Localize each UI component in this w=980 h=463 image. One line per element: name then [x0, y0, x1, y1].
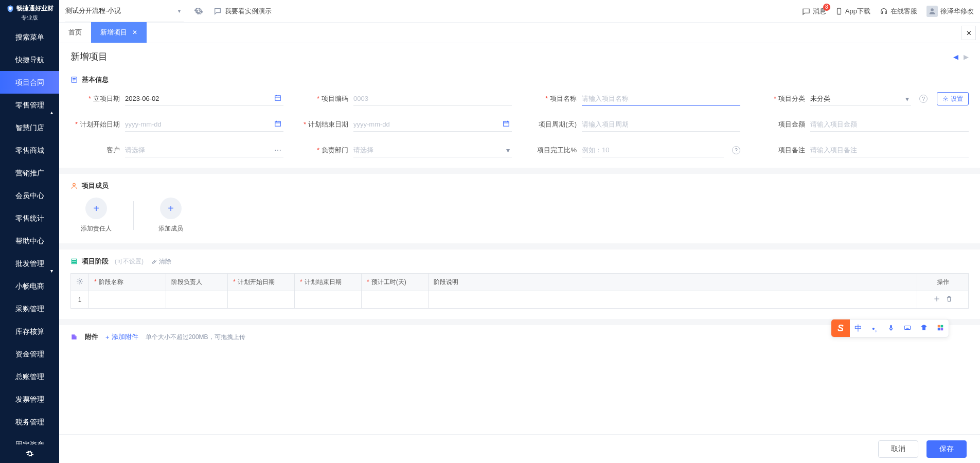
tab-close-icon[interactable]: ✕: [132, 22, 137, 43]
stage-cell-hours[interactable]: [362, 291, 429, 309]
ime-lang[interactable]: 中: [850, 324, 866, 333]
svg-rect-9: [890, 325, 892, 328]
sidebar-item-inventory[interactable]: 库存核算: [0, 320, 59, 343]
cancel-button[interactable]: 取消: [878, 440, 918, 458]
plan-end-input[interactable]: [353, 120, 503, 128]
start-date-field[interactable]: [125, 92, 283, 106]
tab-new-project[interactable]: 新增项目 ✕: [91, 22, 147, 43]
stage-col-planstart: *计划开始日期: [228, 274, 295, 291]
calendar-icon[interactable]: [274, 94, 281, 103]
user-menu[interactable]: 徐泽华修改: [926, 6, 974, 17]
sidebar-item-retailstat[interactable]: 零售统计: [0, 207, 59, 229]
stages-clear-button[interactable]: 清除: [151, 257, 171, 266]
name-field[interactable]: [582, 92, 740, 106]
ime-toolbar[interactable]: S 中 •,: [831, 319, 949, 337]
flow-selector[interactable]: 测试分开流程-小况 ▾: [65, 0, 184, 22]
save-button[interactable]: 保存: [926, 440, 967, 458]
remark-input[interactable]: [810, 146, 967, 154]
online-service[interactable]: 在线客服: [880, 7, 917, 16]
basic-section-icon: [70, 76, 78, 83]
gear-icon: [26, 450, 34, 458]
sidebar-item-wholesale[interactable]: 批发管理▾: [0, 252, 59, 275]
members-section-title: 项目成员: [82, 181, 109, 190]
help-icon[interactable]: ?: [919, 95, 928, 103]
ime-punct-icon[interactable]: •,: [866, 324, 883, 333]
cycle-input[interactable]: [582, 120, 738, 128]
more-icon[interactable]: ⋯: [274, 146, 281, 154]
progress-field[interactable]: [582, 143, 724, 157]
chevron-down-icon[interactable]: ▾: [905, 95, 909, 103]
plan-start-input[interactable]: [125, 120, 274, 128]
ime-skin-icon[interactable]: [916, 324, 932, 333]
sidebar-item-smartstore[interactable]: 智慧门店: [0, 116, 59, 139]
dept-field[interactable]: ▾: [353, 143, 512, 157]
category-input[interactable]: [810, 95, 905, 102]
sidebar-item-retailmall[interactable]: 零售商城: [0, 139, 59, 162]
demo-link[interactable]: 我要看实例演示: [213, 7, 272, 16]
progress-input[interactable]: [582, 146, 722, 154]
sidebar-item-assets[interactable]: 固定资产: [0, 433, 59, 444]
sidebar-item-help[interactable]: 帮助中心: [0, 229, 59, 252]
svg-point-1: [839, 13, 839, 13]
amount-field[interactable]: [810, 117, 969, 132]
sidebar-item-marketing[interactable]: 营销推广: [0, 162, 59, 184]
svg-rect-12: [941, 325, 943, 327]
ime-keyboard-icon[interactable]: [899, 324, 916, 333]
messages-button[interactable]: 消息 8: [802, 7, 826, 16]
chevron-down-icon[interactable]: ▾: [506, 146, 510, 154]
sidebar-item-funds[interactable]: 资金管理: [0, 343, 59, 365]
cycle-field[interactable]: [582, 117, 740, 132]
row-add-icon[interactable]: [933, 295, 940, 304]
customer-field[interactable]: ⋯: [125, 143, 283, 157]
category-field[interactable]: ▾: [810, 92, 911, 106]
plan-start-field[interactable]: [125, 117, 283, 132]
sidebar-item-tax[interactable]: 税务管理: [0, 411, 59, 433]
customer-input[interactable]: [125, 146, 274, 154]
svg-rect-6: [504, 121, 509, 126]
close-all-tabs[interactable]: ✕: [961, 26, 976, 40]
plan-end-field[interactable]: [353, 117, 512, 132]
calendar-icon[interactable]: [274, 120, 281, 129]
code-field[interactable]: [353, 92, 512, 106]
prev-page-icon[interactable]: ◀: [953, 53, 958, 61]
stage-cell-name[interactable]: [89, 291, 166, 309]
help-icon[interactable]: ?: [732, 146, 740, 154]
sidebar-item-purchase[interactable]: 采购管理: [0, 297, 59, 320]
sidebar-item-project-contract[interactable]: 项目合同: [0, 71, 59, 94]
stage-cell-planstart[interactable]: [228, 291, 295, 309]
name-input[interactable]: [582, 95, 738, 102]
row-delete-icon[interactable]: [946, 295, 953, 304]
add-owner-button[interactable]: +: [85, 198, 107, 219]
avatar-icon: [926, 6, 938, 17]
sidebar-item-retail[interactable]: 零售管理▴: [0, 94, 59, 116]
calendar-icon[interactable]: [503, 120, 510, 129]
sidebar-item-search[interactable]: 搜索菜单: [0, 26, 59, 48]
stage-col-gear[interactable]: [71, 274, 89, 291]
logo-icon: [6, 5, 14, 13]
message-badge: 8: [823, 4, 830, 11]
sidebar-item-invoice[interactable]: 发票管理: [0, 388, 59, 411]
flow-settings-icon[interactable]: [193, 6, 204, 17]
sidebar-item-member[interactable]: 会员中心: [0, 184, 59, 207]
amount-input[interactable]: [810, 120, 967, 128]
ime-mic-icon[interactable]: [883, 324, 899, 333]
remark-field[interactable]: [810, 143, 969, 157]
start-date-input[interactable]: [125, 95, 274, 102]
add-member-button[interactable]: +: [160, 198, 182, 219]
add-attachment-button[interactable]: + 添加附件: [105, 332, 138, 342]
stage-cell-planend[interactable]: [295, 291, 362, 309]
ime-tool-icon[interactable]: [932, 324, 949, 333]
sidebar-settings[interactable]: [0, 444, 59, 463]
stage-cell-desc[interactable]: [429, 291, 917, 309]
app-download[interactable]: App下载: [835, 7, 870, 16]
stage-cell-owner[interactable]: [166, 291, 228, 309]
tab-home[interactable]: 首页: [59, 22, 91, 43]
sidebar-item-ecommerce[interactable]: 小畅电商: [0, 275, 59, 297]
code-input[interactable]: [353, 95, 510, 102]
sidebar-item-quicknav[interactable]: 快捷导航: [0, 48, 59, 71]
category-settings-button[interactable]: 设置: [937, 92, 969, 105]
stage-row[interactable]: 1: [71, 291, 969, 309]
attach-hint: 单个大小不超过200MB，可拖拽上传: [146, 333, 245, 342]
dept-input[interactable]: [353, 146, 506, 154]
sidebar-item-ledger[interactable]: 总账管理: [0, 365, 59, 388]
